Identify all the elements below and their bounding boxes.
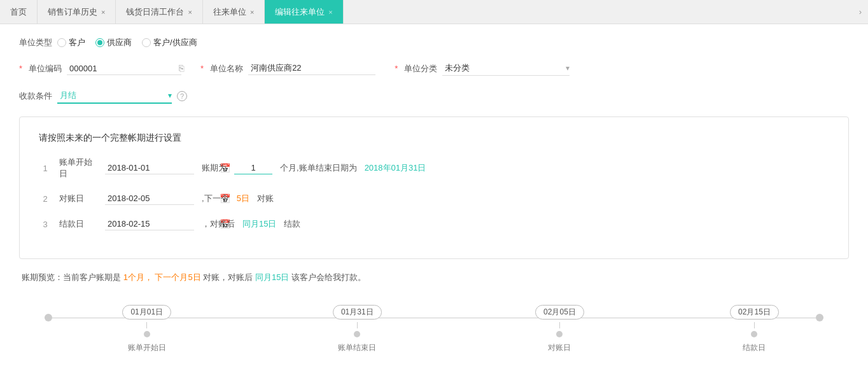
unit-type-radio-group: 客户 供应商 客户/供应商 xyxy=(57,37,197,48)
timeline-point-2-label: 01月31日 xyxy=(333,305,382,320)
timeline-point-2-sublabel: 账单结束日 xyxy=(338,342,376,353)
timeline-right-dot xyxy=(816,314,823,321)
timeline-point-3: 02月05日 对账日 xyxy=(535,305,584,353)
timeline-point-4-dot xyxy=(751,331,757,337)
radio-customer-circle xyxy=(57,38,66,47)
tab-partner-units-close[interactable]: × xyxy=(250,8,254,16)
unit-type-field: 单位类型 客户 供应商 客户/供应商 xyxy=(19,37,197,48)
row-3-name: 结款日 xyxy=(59,218,97,230)
row-3-highlight: 同月15日 xyxy=(242,218,276,230)
tab-edit-partner[interactable]: 编辑往来单位 × xyxy=(265,0,343,24)
row-3-desc-suffix: 结款 xyxy=(284,218,300,230)
tab-home[interactable]: 首页 xyxy=(0,0,38,24)
unit-name-label: 单位名称 xyxy=(210,63,243,74)
tab-home-label: 首页 xyxy=(10,6,27,18)
copy-icon[interactable]: ⎘ xyxy=(179,63,184,73)
preview-label: 账期预览：当前客户账期是 xyxy=(22,272,121,282)
radio-customer-label: 客户 xyxy=(69,37,85,48)
timeline-point-4-label: 02月15日 xyxy=(730,305,779,320)
timeline-point-2-stem xyxy=(357,322,358,328)
preview-check: 下一个月5日 xyxy=(155,272,200,282)
row-1-date-input: 📅 xyxy=(105,162,194,174)
payment-terms-value: 月结 xyxy=(57,88,168,102)
row-1-desc-prefix: 账期为 xyxy=(202,162,227,174)
row-1-name: 账单开始日 xyxy=(59,157,97,179)
unit-code-star: * xyxy=(19,64,22,73)
row-2-desc-suffix: 对账 xyxy=(257,193,274,204)
payment-terms-row: 收款条件 月结 ▾ ? xyxy=(19,88,849,104)
radio-both-label: 客户/供应商 xyxy=(153,37,197,48)
tab-edit-partner-label: 编辑往来单位 xyxy=(275,6,325,18)
unit-code-input-wrapper: ⎘ xyxy=(67,62,181,75)
radio-supplier-label: 供应商 xyxy=(107,37,132,48)
timeline-point-1-stem xyxy=(146,322,147,328)
payment-terms-arrow-icon: ▾ xyxy=(168,91,172,100)
unit-code-input[interactable] xyxy=(67,62,179,74)
timeline: 01月01日 账单开始日 01月31日 账单结束日 02月05日 对账日 xyxy=(19,299,849,375)
radio-both[interactable]: 客户/供应商 xyxy=(142,37,197,48)
row-1-months-input[interactable] xyxy=(234,162,272,174)
preview-payment: 同月15日 xyxy=(255,272,289,282)
row-2-highlight: 5日 xyxy=(237,193,249,204)
tab-partner-units-label: 往来单位 xyxy=(213,6,246,18)
unit-name-field: * 单位名称 xyxy=(200,62,375,75)
tab-cash-work-label: 钱货日清工作台 xyxy=(126,6,184,18)
timeline-point-1-label: 01月01日 xyxy=(122,305,171,320)
radio-both-circle xyxy=(142,38,151,47)
timeline-right-endpoint xyxy=(816,314,823,321)
row-3-date-field[interactable] xyxy=(105,218,217,230)
timeline-point-4-sublabel: 结款日 xyxy=(743,342,766,353)
unit-info-row: * 单位编码 ⎘ * 单位名称 * 单位分类 未分类 ▾ xyxy=(19,61,849,76)
payment-terms-help-icon[interactable]: ? xyxy=(177,91,187,101)
payment-terms-label: 收款条件 xyxy=(19,90,52,102)
timeline-left-endpoint xyxy=(45,314,52,321)
preview-mid: 对账，对账后 xyxy=(203,272,253,282)
settings-row-2: 2 对账日 📅 ,下一个 5日 对账 xyxy=(39,192,829,205)
row-2-num: 2 xyxy=(39,194,52,204)
tab-sales-order-close[interactable]: × xyxy=(101,8,105,16)
unit-category-value: 未分类 xyxy=(442,61,566,75)
timeline-point-3-label: 02月05日 xyxy=(535,305,584,320)
payment-terms-select[interactable]: 月结 ▾ xyxy=(57,88,172,104)
tab-edit-partner-close[interactable]: × xyxy=(328,8,332,16)
unit-category-arrow-icon: ▾ xyxy=(566,64,570,73)
unit-name-star: * xyxy=(200,64,204,73)
timeline-point-2: 01月31日 账单结束日 xyxy=(333,305,382,353)
row-1-date-field[interactable] xyxy=(105,162,217,174)
tabs-more-button[interactable]: › xyxy=(853,0,868,24)
settings-row-3: 3 结款日 📅 ，对账后 同月15日 结款 xyxy=(39,218,829,230)
panel-title: 请按照未来的一个完整帐期进行设置 xyxy=(39,132,829,144)
page-content: 单位类型 客户 供应商 客户/供应商 * 单位编码 xyxy=(0,24,868,387)
row-1-end-date: 2018年01月31日 xyxy=(365,162,426,174)
timeline-point-3-sublabel: 对账日 xyxy=(548,342,571,353)
row-2-desc-prefix: ,下一个 xyxy=(202,193,229,204)
unit-category-star: * xyxy=(395,64,398,73)
timeline-point-1-dot xyxy=(144,331,150,337)
unit-category-select[interactable]: 未分类 ▾ xyxy=(442,61,570,76)
row-1-num: 1 xyxy=(39,164,52,173)
payment-terms-field: 收款条件 月结 ▾ ? xyxy=(19,88,187,104)
tab-cash-work[interactable]: 钱货日清工作台 × xyxy=(116,0,202,24)
unit-type-row: 单位类型 客户 供应商 客户/供应商 xyxy=(19,37,849,48)
preview-end: 该客户会给我打款。 xyxy=(291,272,366,282)
tab-partner-units[interactable]: 往来单位 × xyxy=(203,0,265,24)
tab-sales-order[interactable]: 销售订单历史 × xyxy=(38,0,116,24)
unit-name-input[interactable] xyxy=(248,62,375,75)
preview-period: 1个月， xyxy=(123,272,153,282)
unit-code-field: * 单位编码 ⎘ xyxy=(19,62,181,75)
timeline-point-3-stem xyxy=(559,322,560,328)
tab-sales-order-label: 销售订单历史 xyxy=(48,6,97,18)
timeline-point-4: 02月15日 结款日 xyxy=(730,305,779,353)
unit-category-label: 单位分类 xyxy=(404,63,437,74)
preview-section: 账期预览：当前客户账期是 1个月， 下一个月5日 对账，对账后 同月15日 该客… xyxy=(19,272,849,283)
timeline-point-1-sublabel: 账单开始日 xyxy=(128,342,166,353)
settings-row-1: 1 账单开始日 📅 账期为 个月,账单结束日期为 2018年01月31日 xyxy=(39,157,829,179)
radio-customer[interactable]: 客户 xyxy=(57,37,85,48)
radio-supplier[interactable]: 供应商 xyxy=(95,37,132,48)
settings-panel: 请按照未来的一个完整帐期进行设置 1 账单开始日 📅 账期为 个月,账单结束日期… xyxy=(19,116,849,259)
tabs-bar: 首页 销售订单历史 × 钱货日清工作台 × 往来单位 × 编辑往来单位 × › xyxy=(0,0,868,24)
row-3-date-input: 📅 xyxy=(105,218,194,230)
tab-cash-work-close[interactable]: × xyxy=(188,8,192,16)
row-2-date-field[interactable] xyxy=(105,192,217,204)
timeline-point-1: 01月01日 账单开始日 xyxy=(122,305,171,353)
